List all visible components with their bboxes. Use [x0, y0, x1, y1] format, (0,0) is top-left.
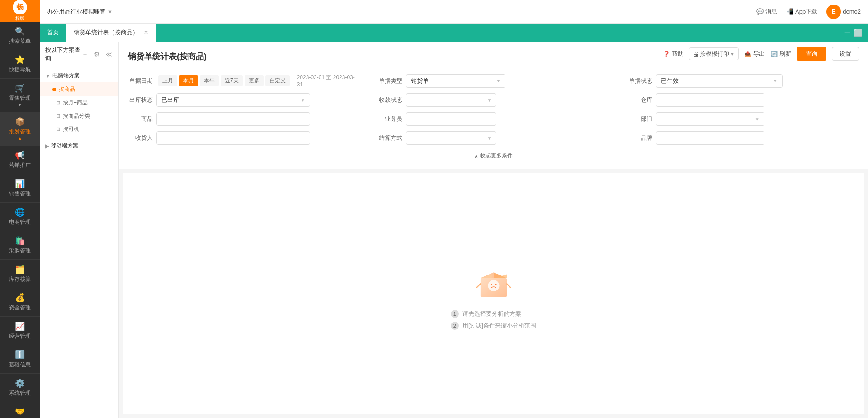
tab-home[interactable]: 首页: [40, 24, 66, 42]
date-range: 2023-03-01 至 2023-03-31: [297, 74, 360, 88]
sidebar-item-purchase[interactable]: 🛍️ 采购管理: [0, 231, 40, 260]
app-label: App下载: [795, 8, 817, 16]
filter-row-4: 收货人 ··· 结算方式 ▼ 品牌: [128, 131, 859, 145]
export-button[interactable]: 📤 导出: [744, 50, 765, 58]
mobile-group-label: 移动端方案: [51, 142, 78, 150]
maximize-icon[interactable]: ⬜: [854, 28, 863, 37]
help-icon: ❓: [663, 51, 670, 57]
sidebar-item-finance[interactable]: 💰 资金管理: [0, 288, 40, 317]
scheme-item-label: 按商品: [59, 86, 75, 93]
message-icon: 💬: [756, 8, 764, 15]
sidebar-item-system[interactable]: ⚙️ 系统管理: [0, 374, 40, 402]
sidebar-item-label: 营销推广: [9, 162, 31, 169]
industry-selector[interactable]: 办公用品行业模拟账套 ▼: [47, 8, 113, 16]
chevron-down-icon: ▼: [730, 52, 735, 57]
svg-line-8: [476, 284, 480, 287]
message-action[interactable]: 💬 消息: [756, 8, 777, 16]
scheme-item-by-month-product[interactable]: ⊞ 按月+商品: [40, 96, 118, 109]
ellipsis-icon[interactable]: ···: [296, 115, 305, 123]
sidebar-item-marketing[interactable]: 📢 营销推广: [0, 146, 40, 174]
date-btn-more[interactable]: 更多: [245, 75, 264, 86]
out-status-select[interactable]: 已出库 ▼: [156, 93, 310, 107]
print-button[interactable]: 🖨 按模板打印 ▼: [689, 48, 739, 60]
mobile-scheme-group: ▶ 移动端方案: [40, 138, 118, 154]
mobile-group-header[interactable]: ▶ 移动端方案: [40, 139, 118, 152]
add-scheme-button[interactable]: ＋: [80, 50, 90, 59]
refresh-button[interactable]: 🔄 刷新: [770, 50, 791, 58]
pc-group-header[interactable]: ▼ 电脑端方案: [40, 69, 118, 82]
app-download-action[interactable]: 📲 App下载: [786, 8, 817, 16]
close-tab-icon[interactable]: ✕: [144, 29, 148, 36]
filter-product: 商品 ···: [128, 112, 359, 126]
warehouse-input[interactable]: ···: [656, 93, 764, 107]
settings-button[interactable]: 设置: [832, 47, 859, 61]
bill-status-select[interactable]: 已生效 ▼: [656, 74, 783, 88]
ellipsis-icon[interactable]: ···: [750, 134, 759, 142]
marketing-icon: 📢: [15, 150, 25, 160]
date-btn-7days[interactable]: 近7天: [221, 75, 243, 86]
svg-point-5: [488, 280, 499, 291]
date-btn-last-month[interactable]: 上月: [158, 75, 177, 86]
sidebar-logo[interactable]: 畅 标版: [0, 0, 40, 22]
tip-num-1: 1: [451, 310, 459, 318]
brand-input[interactable]: ···: [656, 131, 764, 145]
help-button[interactable]: ❓ 帮助: [663, 50, 684, 58]
sidebar-item-label: 经营管理: [9, 332, 31, 340]
tip-1-text: 请先选择要分析的方案: [462, 310, 521, 318]
scheme-item-by-product[interactable]: 按商品: [40, 82, 118, 96]
ellipsis-icon[interactable]: ···: [482, 115, 491, 123]
product-input[interactable]: ···: [156, 112, 310, 126]
finance-icon: 💰: [15, 293, 25, 303]
query-button[interactable]: 查询: [797, 47, 826, 61]
sidebar-item-inventory[interactable]: 🗂️ 库存核算: [0, 260, 40, 288]
dept-select[interactable]: ▼: [656, 112, 764, 126]
date-btn-this-month[interactable]: 本月: [179, 75, 198, 86]
sidebar-item-sales[interactable]: 📊 销售管理: [0, 174, 40, 203]
date-btn-custom[interactable]: 自定义: [265, 75, 290, 86]
pc-group-label: 电脑端方案: [52, 72, 80, 80]
chevron-up-icon: ▲: [18, 136, 22, 141]
bill-type-select[interactable]: 销货单 ▼: [406, 74, 505, 88]
industry-name: 办公用品行业模拟账套: [47, 8, 106, 16]
empty-tips: 1 请先选择要分析的方案 2 用[过滤]条件来缩小分析范围: [451, 310, 536, 330]
sidebar-item-basics[interactable]: ℹ️ 基础信息: [0, 345, 40, 374]
sidebar-item-quick-nav[interactable]: ⭐ 快捷导航: [0, 50, 40, 79]
sales-icon: 📊: [15, 179, 25, 189]
receiver-input[interactable]: ···: [156, 131, 310, 145]
chevron-up-icon: ∧: [474, 153, 478, 159]
ellipsis-icon[interactable]: ···: [750, 96, 759, 104]
chevron-down-icon: ▼: [487, 136, 491, 141]
staff-input[interactable]: ···: [406, 112, 496, 126]
date-btn-this-year[interactable]: 本年: [200, 75, 219, 86]
settle-label: 结算方式: [377, 134, 402, 142]
sidebar-item-ecommerce[interactable]: 🌐 电商管理: [0, 203, 40, 231]
scheme-item-by-client[interactable]: ⊞ 按司机: [40, 123, 118, 136]
scheme-item-by-category[interactable]: ⊞ 按商品分类: [40, 109, 118, 123]
sidebar-item-label: 搜索菜单: [9, 38, 31, 45]
sidebar-item-label: 零售管理: [9, 95, 31, 102]
chevron-down-icon: ▼: [773, 78, 778, 83]
sidebar-item-operation[interactable]: 📈 经营管理: [0, 317, 40, 345]
settle-select[interactable]: ▼: [406, 131, 496, 145]
sidebar-item-enterprise[interactable]: 🤝 企业协同: [0, 402, 40, 418]
sidebar-item-wholesale[interactable]: 📦 批发管理 ▲: [0, 112, 40, 146]
ellipsis-icon[interactable]: ···: [296, 134, 305, 142]
minimize-icon[interactable]: ─: [845, 28, 850, 37]
inventory-icon: 🗂️: [15, 264, 25, 274]
user-section[interactable]: E demo2: [826, 5, 861, 19]
sidebar-item-retail[interactable]: 🛒 零售管理 ▼: [0, 79, 40, 112]
sidebar-item-label: 快捷导航: [9, 66, 31, 74]
tab-sales-stats[interactable]: 销货单统计表（按商品） ✕: [66, 24, 156, 42]
search-icon: 🔍: [15, 26, 25, 36]
window-controls: ─ ⬜: [845, 24, 868, 42]
settings-scheme-button[interactable]: ⚙: [92, 50, 101, 59]
collapse-button[interactable]: ∧ 收起更多条件: [128, 150, 859, 162]
main-content: 销货单统计表(按商品) ❓ 帮助 🖨 按模板打印 ▼ 📤 导出: [119, 42, 868, 418]
sidebar-item-search[interactable]: 🔍 搜索菜单: [0, 22, 40, 50]
star-icon: ⭐: [15, 55, 25, 65]
tip-2-text: 用[过滤]条件来缩小分析范围: [462, 322, 536, 330]
brand-label: 品牌: [627, 134, 652, 142]
payment-select[interactable]: ▼: [406, 93, 496, 107]
collapse-scheme-button[interactable]: ≪: [104, 50, 113, 59]
page-header: 销货单统计表(按商品) ❓ 帮助 🖨 按模板打印 ▼ 📤 导出: [119, 42, 868, 66]
